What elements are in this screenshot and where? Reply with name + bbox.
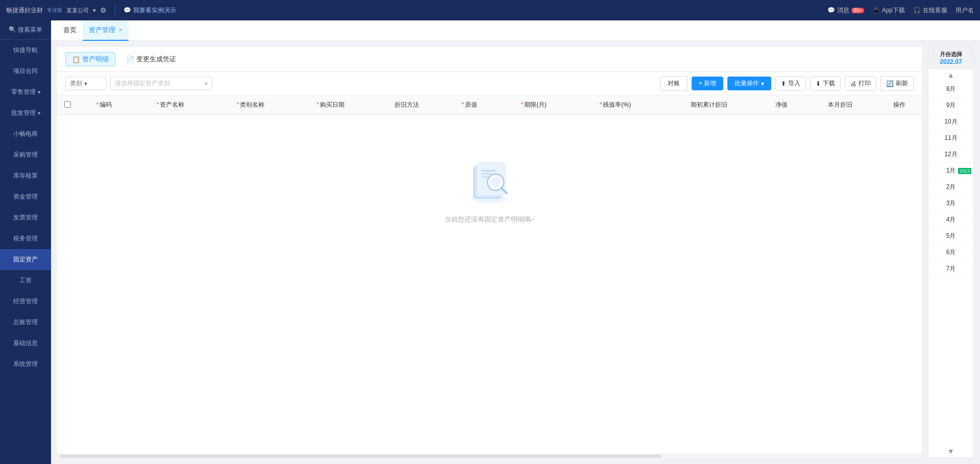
scroll-thumb[interactable] [59,455,662,458]
sub-tab-change-voucher[interactable]: 📄 变更生成凭证 [119,52,183,66]
sidebar-item-label-fixed-assets: 固定资产 [13,255,38,264]
app-download-button[interactable]: 📱 App下载 [872,6,905,15]
download-button[interactable]: ⬇ 下载 [810,76,841,91]
reconcile-label: 对账 [668,80,680,87]
sidebar-item-salary[interactable]: 工资 [0,270,51,291]
batch-button[interactable]: 批量操作 ▾ [727,77,771,90]
tab-close-icon[interactable]: ✕ [118,27,122,33]
sidebar-item-label-quicknav: 快捷导航 [13,46,38,55]
month-item-8[interactable]: 8月 [928,81,973,97]
th-code: *编码 [78,95,131,115]
tab-asset-mgmt[interactable]: 资产管理 ✕ [83,20,129,41]
panel-toggle-button[interactable]: › [928,242,928,263]
month-item-2023-2[interactable]: 2月 [928,179,973,196]
demo-link[interactable]: 💬 我要看实例演示 [124,6,176,15]
divider [115,5,115,15]
download-label: 下载 [823,79,835,88]
sidebar-item-label-wholesale: 批发管理 [11,109,36,117]
message-label: 消息 [837,6,849,15]
print-icon: 🖨 [850,80,856,87]
sidebar-item-ledger[interactable]: 总账管理 [0,312,51,333]
month-item-2023-4[interactable]: 4月 [928,212,973,228]
user-menu[interactable]: 用户名 [955,6,974,15]
month-item-9[interactable]: 9月 [928,97,973,114]
sidebar-item-quicknav[interactable]: 快捷导航 [0,40,51,61]
print-button[interactable]: 🖨 打印 [845,76,876,91]
main-container: 🔍 搜索菜单 快捷导航 项目合同 零售管理 ▾ 批发管理 ▾ 小畅电商 采购管理… [0,20,980,464]
demo-icon: 💬 [124,7,131,14]
content-area: 首页 资产管理 ✕ 📋 资产明细 📄 变更生成凭证 [51,20,980,464]
sidebar-item-label-project: 项目合同 [13,67,38,76]
month-next-button[interactable]: ▼ [947,447,954,455]
change-voucher-icon: 📄 [126,56,134,63]
company-dropdown-icon[interactable]: ▾ [93,7,96,14]
sidebar-item-operations[interactable]: 经营管理 [0,291,51,312]
category-select-input[interactable]: 请选择固定资产类别 ▾ [110,77,212,90]
month-item-11[interactable]: 11月 [928,130,973,146]
category-placeholder: 请选择固定资产类别 [115,79,170,88]
th-original-value: *原值 [443,95,496,115]
add-button[interactable]: + 新增 [692,77,723,90]
sidebar-item-label-tax: 税务管理 [13,234,38,243]
sidebar-item-fixed-assets[interactable]: 固定资产 [0,249,51,270]
year-2023-badge: 2023 [958,168,971,174]
month-item-10[interactable]: 10月 [928,114,973,130]
th-depreciation-method: 折旧方法 [371,95,443,115]
refresh-button[interactable]: 🔄 刷新 [880,76,914,91]
sidebar-item-project[interactable]: 项目合同 [0,61,51,82]
asset-detail-label: 资产明细 [82,55,109,64]
download-icon: ⬇ [816,80,821,87]
month-item-2023-6[interactable]: 6月 [928,245,973,261]
month-item-2023-7[interactable]: 7月 [928,261,973,277]
tab-asset-mgmt-label: 资产管理 [89,26,115,35]
message-button[interactable]: 💬 消息 99+ [827,6,864,15]
month-item-2023-5[interactable]: 5月 [928,228,973,245]
sub-tab-asset-detail[interactable]: 📋 资产明细 [65,52,115,66]
settings-icon[interactable]: ⚙ [100,6,107,14]
sidebar-item-label-invoice: 发票管理 [13,213,38,222]
th-name: *资产名称 [131,95,211,115]
refresh-icon: 🔄 [886,80,894,87]
select-all-checkbox[interactable] [64,101,71,108]
th-accumulated-depreciation: 期初累计折旧 [659,95,758,115]
month-panel: › 月份选择 2022.07 ▲ 8月 9月 10月 11月 12月 1月 20… [928,47,974,458]
month-item-12[interactable]: 12月 [928,146,973,163]
sidebar-item-finance[interactable]: 资金管理 [0,186,51,207]
import-icon: ⬆ [781,80,786,87]
add-label: + 新增 [699,79,716,88]
sidebar-item-ecommerce[interactable]: 小畅电商 [0,124,51,144]
online-service-button[interactable]: 🎧 在线客服 [913,6,947,15]
category-filter[interactable]: 类别 ▾ [65,77,106,90]
tab-home[interactable]: 首页 [57,20,83,41]
th-category: *类别名称 [210,95,290,115]
horizontal-scrollbar[interactable] [57,454,922,458]
sidebar-item-system[interactable]: 系统管理 [0,354,51,375]
nav-tabs: 首页 资产管理 ✕ [51,20,980,41]
sidebar: 🔍 搜索菜单 快捷导航 项目合同 零售管理 ▾ 批发管理 ▾ 小畅电商 采购管理… [0,20,51,464]
sidebar-item-basic-info[interactable]: 基础信息 [0,333,51,354]
sidebar-item-invoice[interactable]: 发票管理 [0,207,51,228]
wholesale-arrow-icon: ▾ [38,110,40,116]
sidebar-item-retail[interactable]: 零售管理 ▾ [0,82,51,103]
user-label: 用户名 [955,7,974,14]
app-download-label: App下载 [882,6,905,15]
month-item-2023-3[interactable]: 3月 [928,196,973,212]
sidebar-item-wholesale[interactable]: 批发管理 ▾ [0,103,51,124]
th-monthly-depreciation: 本月折旧 [804,95,876,115]
sidebar-item-inventory[interactable]: 库存核算 [0,165,51,186]
th-net-value: 净值 [758,95,804,115]
company-name[interactable]: 某某公司 [66,7,89,14]
current-year-month: 2022.07 [930,58,971,65]
sidebar-item-purchase[interactable]: 采购管理 [0,144,51,165]
sidebar-search[interactable]: 🔍 搜索菜单 [0,20,51,40]
sidebar-item-label-finance: 资金管理 [13,192,38,201]
category-select-arrow-icon: ▾ [205,80,208,87]
month-prev-button[interactable]: ▲ [947,71,954,79]
month-nav-bottom: ▼ [928,445,973,457]
month-item-2023-1[interactable]: 1月 2023 [928,163,973,179]
reconcile-button[interactable]: 对账 [660,76,688,91]
category-filter-label: 类别 [70,79,82,88]
sidebar-item-tax[interactable]: 税务管理 [0,228,51,249]
main-panel: 📋 资产明细 📄 变更生成凭证 类别 ▾ 请选择固定资产类别 [57,47,922,458]
import-button[interactable]: ⬆ 导入 [775,76,806,91]
